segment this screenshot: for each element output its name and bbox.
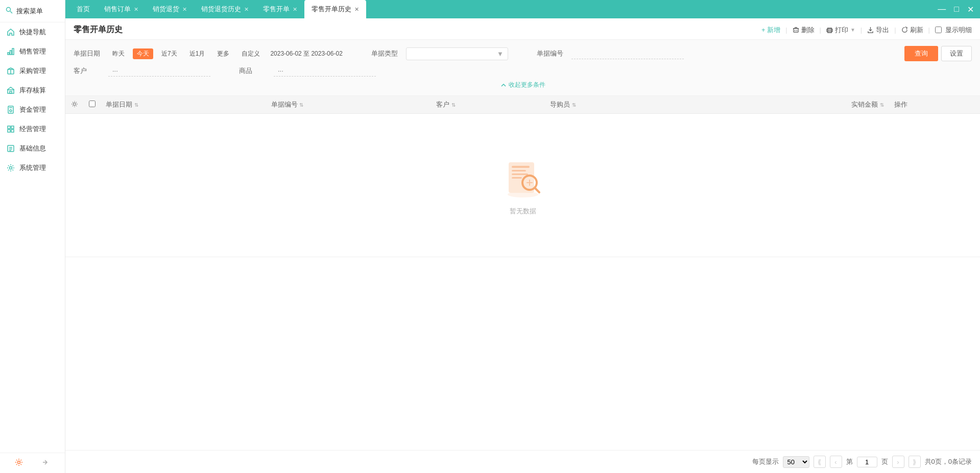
per-page-select[interactable]: 50 10 20 100 bbox=[783, 456, 809, 468]
tab-home[interactable]: 首页 bbox=[69, 0, 97, 18]
new-button[interactable]: + 新增 bbox=[761, 26, 780, 35]
page-prev-btn[interactable]: ‹ bbox=[830, 456, 842, 468]
svg-rect-12 bbox=[8, 126, 10, 129]
th-no[interactable]: 单据编号 ⇅ bbox=[266, 96, 432, 114]
page-first-btn[interactable]: ⟪ bbox=[814, 456, 826, 468]
sidebar-item-label: 系统管理 bbox=[19, 163, 46, 172]
th-customer[interactable]: 客户 ⇅ bbox=[431, 96, 545, 114]
th-action-label: 操作 bbox=[894, 101, 907, 108]
finance-icon bbox=[6, 105, 15, 114]
tab-close-all-icon[interactable]: ✕ bbox=[965, 5, 976, 14]
sidebar-item-sys-mgmt[interactable]: 系统管理 bbox=[0, 158, 65, 178]
order-type-select[interactable]: ▼ bbox=[406, 47, 508, 60]
settings-button[interactable]: 设置 bbox=[941, 46, 972, 61]
content-area: 零售开单历史 + 新增 | 删除 | bbox=[65, 18, 980, 473]
per-page-label: 每页显示 bbox=[752, 457, 779, 466]
th-amount[interactable]: 实销金额 ⇅ bbox=[724, 96, 889, 114]
sort-no-icon: ⇅ bbox=[299, 102, 303, 108]
sidebar: 搜索菜单 快捷导航 销售管理 采购管理 bbox=[0, 0, 65, 473]
svg-point-0 bbox=[7, 8, 11, 12]
sidebar-item-operations[interactable]: 经营管理 bbox=[0, 119, 65, 139]
svg-line-40 bbox=[535, 188, 539, 192]
sort-amount-icon: ⇅ bbox=[880, 102, 884, 108]
delete-label: 删除 bbox=[801, 26, 815, 35]
more-btn[interactable]: 更多 bbox=[213, 48, 233, 59]
svg-rect-35 bbox=[512, 166, 530, 168]
collapse-btn[interactable]: 收起更多条件 bbox=[74, 81, 972, 89]
yesterday-btn[interactable]: 昨天 bbox=[108, 48, 129, 59]
filter-area: 单据日期 昨天 今天 近7天 近1月 更多 自定义 2023-06-02 至 2… bbox=[65, 40, 980, 96]
order-type-arrow: ▼ bbox=[497, 50, 504, 58]
th-date-label: 单据日期 bbox=[106, 101, 132, 108]
settings-bottom-icon[interactable] bbox=[15, 458, 23, 468]
svg-point-10 bbox=[10, 110, 12, 112]
th-guide[interactable]: 导购员 ⇅ bbox=[545, 96, 684, 114]
tab-retail-open-history[interactable]: 零售开单历史 ✕ bbox=[304, 0, 366, 18]
display-detail-checkbox[interactable] bbox=[935, 27, 942, 33]
box-icon bbox=[6, 66, 15, 76]
svg-rect-2 bbox=[8, 53, 9, 55]
sidebar-item-quick-nav[interactable]: 快捷导航 bbox=[0, 22, 65, 42]
sort-customer-icon: ⇅ bbox=[451, 102, 456, 108]
page-input[interactable]: 1 bbox=[857, 457, 877, 467]
query-button[interactable]: 查询 bbox=[904, 46, 938, 61]
sidebar-search[interactable]: 搜索菜单 bbox=[0, 0, 65, 22]
sidebar-item-label: 库存核算 bbox=[19, 86, 46, 95]
select-all-checkbox[interactable] bbox=[89, 101, 95, 107]
tab-sales-return-history[interactable]: 销货退货历史 ✕ bbox=[194, 0, 256, 18]
th-settings[interactable] bbox=[65, 96, 84, 114]
last-month-btn[interactable]: 近1月 bbox=[185, 48, 209, 59]
refresh-button[interactable]: 刷新 bbox=[901, 26, 923, 35]
sort-guide-icon: ⇅ bbox=[572, 102, 576, 108]
page-unit: 页 bbox=[881, 457, 888, 466]
sidebar-item-inventory[interactable]: 库存核算 bbox=[0, 81, 65, 100]
tab-retail-open-close[interactable]: ✕ bbox=[293, 6, 297, 13]
tab-maximize-icon[interactable]: □ bbox=[952, 5, 961, 14]
last7-btn[interactable]: 近7天 bbox=[157, 48, 181, 59]
delete-button[interactable]: 删除 bbox=[793, 26, 815, 35]
tab-retail-open[interactable]: 零售开单 ✕ bbox=[256, 0, 304, 18]
tab-sales-order[interactable]: 销售订单 ✕ bbox=[97, 0, 146, 18]
tab-bar-right: — □ ✕ bbox=[936, 5, 976, 14]
export-button[interactable]: 导出 bbox=[867, 26, 889, 35]
print-button[interactable]: 打印 ▼ bbox=[826, 26, 855, 35]
custom-btn[interactable]: 自定义 bbox=[237, 48, 264, 59]
tab-sales-order-close[interactable]: ✕ bbox=[134, 6, 138, 13]
collapse-sidebar-icon[interactable] bbox=[42, 458, 50, 468]
sidebar-item-label: 经营管理 bbox=[19, 125, 46, 134]
svg-rect-3 bbox=[10, 51, 12, 55]
svg-point-20 bbox=[10, 167, 12, 169]
th-action: 操作 bbox=[889, 96, 980, 114]
svg-line-1 bbox=[10, 11, 12, 13]
tab-retail-open-history-close[interactable]: ✕ bbox=[354, 6, 359, 13]
tab-sales-return-history-close[interactable]: ✕ bbox=[244, 6, 249, 13]
goods-input[interactable] bbox=[274, 65, 376, 77]
tab-home-label: 首页 bbox=[77, 5, 90, 14]
sidebar-item-label: 快捷导航 bbox=[19, 28, 46, 37]
sidebar-item-label: 基础信息 bbox=[19, 144, 46, 153]
sidebar-search-label: 搜索菜单 bbox=[16, 7, 43, 16]
svg-rect-37 bbox=[512, 173, 528, 175]
tab-minimize-icon[interactable]: — bbox=[936, 5, 948, 14]
order-no-input[interactable] bbox=[571, 48, 684, 59]
sidebar-item-sales-mgmt[interactable]: 销售管理 bbox=[0, 42, 65, 61]
svg-point-21 bbox=[17, 461, 20, 464]
th-checkbox[interactable] bbox=[84, 96, 101, 114]
empty-text: 暂无数据 bbox=[510, 207, 536, 216]
page-next-btn[interactable]: › bbox=[892, 456, 904, 468]
sidebar-item-purchase-mgmt[interactable]: 采购管理 bbox=[0, 61, 65, 81]
sort-date-icon: ⇅ bbox=[134, 102, 138, 108]
th-date[interactable]: 单据日期 ⇅ bbox=[101, 96, 266, 114]
today-btn[interactable]: 今天 bbox=[133, 48, 153, 59]
sidebar-item-label: 资金管理 bbox=[19, 105, 46, 114]
tab-sales-return[interactable]: 销货退货 ✕ bbox=[146, 0, 194, 18]
display-detail-toggle[interactable]: 显示明细 bbox=[935, 26, 972, 35]
sidebar-item-finance[interactable]: 资金管理 bbox=[0, 100, 65, 119]
tab-sales-return-close[interactable]: ✕ bbox=[182, 6, 187, 13]
warehouse-icon bbox=[6, 86, 15, 95]
sidebar-item-base-info[interactable]: 基础信息 bbox=[0, 139, 65, 158]
table-head: 单据日期 ⇅ 单据编号 ⇅ 客户 ⇅ 导购员 bbox=[65, 96, 980, 114]
customer-input[interactable] bbox=[108, 65, 210, 77]
search-icon bbox=[5, 6, 13, 16]
page-last-btn[interactable]: ⟫ bbox=[909, 456, 921, 468]
